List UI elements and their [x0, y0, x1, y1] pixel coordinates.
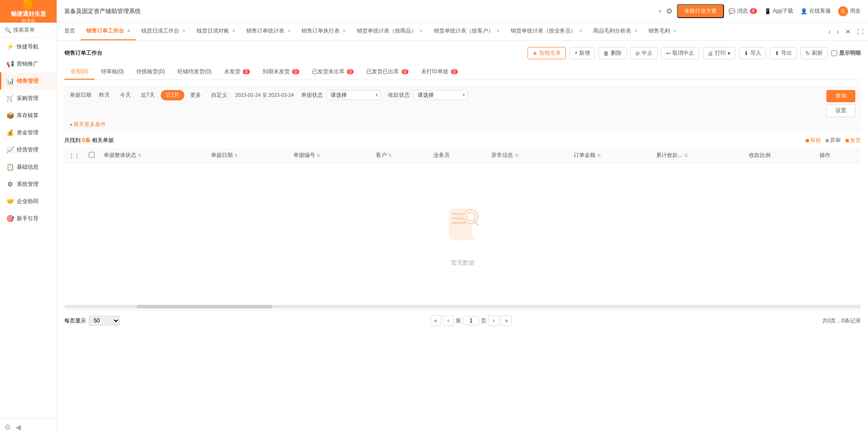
query-btn[interactable]: 查询 [826, 90, 855, 102]
sidebar-item-operation[interactable]: 📈 经营管理 [0, 141, 57, 158]
app-download-btn[interactable]: 📱 App下载 [764, 7, 793, 15]
sort-icon[interactable]: ⇅ [684, 153, 688, 158]
sort-icon[interactable]: ⇅ [388, 153, 392, 158]
sort-icon[interactable]: ⇅ [138, 153, 141, 158]
tab-close-icon[interactable]: ✕ [419, 28, 423, 33]
sub-tab-unshipped[interactable]: 未发货 0 [218, 65, 256, 80]
online-service-btn[interactable]: 👤 在线客服 [801, 7, 831, 15]
sidebar-item-search[interactable]: 🔍 搜索菜单 [0, 23, 57, 38]
sort-icon[interactable]: ⇅ [515, 153, 518, 158]
tab-close-icon[interactable]: ✕ [182, 28, 186, 33]
tab-close-icon[interactable]: ✕ [496, 28, 500, 33]
per-page-select[interactable]: 50 100 200 [89, 316, 120, 326]
date-btn-1month[interactable]: 近1月 [161, 90, 185, 100]
user-btn[interactable]: 友 用友 [838, 6, 861, 16]
checkbox-col-header[interactable] [84, 148, 99, 163]
tab-close-icon[interactable]: ✕ [673, 28, 676, 33]
next-page-btn[interactable]: › [488, 315, 499, 326]
tab-sales-order-workbench[interactable]: 销售订单工作台 ✕ [81, 23, 136, 40]
last-page-btn[interactable]: » [501, 315, 512, 326]
sub-tab-all[interactable]: 全部(0) [64, 65, 95, 80]
per-page-selector: 每页显示 50 100 200 [64, 316, 120, 326]
tab-sales-gross[interactable]: 销售毛利 ✕ [643, 23, 682, 40]
tab-gross-profit[interactable]: 商品毛利分析表 ✕ [588, 23, 643, 40]
display-detail-checkbox[interactable]: 显示明细 [831, 49, 861, 57]
sidebar-item-inventory[interactable]: 📦 库存核算 [0, 107, 57, 124]
tab-next-btn[interactable]: › [834, 26, 842, 37]
date-btn-7days[interactable]: 近7天 [137, 90, 159, 100]
cancel-stop-btn[interactable]: ↩ 取消中止 [661, 47, 699, 59]
tab-money-reconcile[interactable]: 钱货日清对账 ✕ [191, 23, 241, 40]
set-btn[interactable]: 设置 [826, 104, 855, 117]
tab-close-all-btn[interactable]: ✕ [843, 26, 854, 37]
stop-btn[interactable]: ⊘ 中止 [630, 47, 657, 59]
cancel-audit-dot [825, 139, 829, 142]
prev-page-btn[interactable]: ‹ [443, 315, 454, 326]
tab-close-icon[interactable]: ✕ [127, 28, 130, 33]
tab-money-daily[interactable]: 钱货日清工作台 ✕ [136, 23, 191, 40]
sub-tab-overdue[interactable]: 到期未发货 0 [256, 65, 306, 80]
industry-btn[interactable]: 体验行业方案 [677, 4, 724, 18]
sub-tab-pending-check[interactable]: 待拣验货(0) [130, 65, 171, 80]
tab-goods-stats[interactable]: 销货单统计表（按商品） ✕ [351, 23, 428, 40]
tab-maximize-btn[interactable]: ⛶ [854, 26, 866, 37]
select-all-checkbox[interactable] [89, 152, 95, 158]
sidebar-item-basicinfo[interactable]: 📋 基础信息 [0, 158, 57, 175]
sub-tab-unprinted[interactable]: 未打印单据 0 [415, 65, 464, 80]
date-btn-today[interactable]: 今天 [116, 90, 135, 100]
sidebar-item-marketing[interactable]: 📢 营销推广 [0, 55, 57, 72]
message-btn[interactable]: 💬 消息 6 [729, 7, 757, 15]
audit-dot [806, 139, 809, 142]
settings-icon[interactable]: ⚙ [666, 7, 672, 15]
tab-customer-stats[interactable]: 销货单统计表（按客户） ✕ [428, 23, 505, 40]
tab-close-icon[interactable]: ✕ [342, 28, 346, 33]
audit-btn[interactable]: 审核 [806, 137, 821, 144]
date-btn-custom[interactable]: 自定义 [207, 90, 231, 100]
sidebar-item-guide[interactable]: 🎯 新手引导 [0, 210, 57, 227]
new-btn[interactable]: + 新增 [570, 47, 595, 59]
sidebar-item-quicknav[interactable]: ⚡ 快捷导航 [0, 38, 57, 55]
refresh-btn[interactable]: ↻ 刷新 [801, 47, 828, 59]
date-btn-yesterday[interactable]: 昨天 [95, 90, 114, 100]
sort-icon[interactable]: ⇅ [234, 153, 238, 158]
tab-sales-exec[interactable]: 销售订单执行表 ✕ [296, 23, 351, 40]
payment-select[interactable]: 请选择 [413, 90, 468, 100]
sort-icon[interactable]: ⇅ [317, 153, 320, 158]
sidebar-item-finance[interactable]: 💰 资金管理 [0, 124, 57, 141]
sidebar-item-collab[interactable]: 🤝 企业协同 [0, 193, 57, 210]
tab-close-icon[interactable]: ✕ [579, 28, 582, 33]
sidebar-item-purchase[interactable]: 🛒 采购管理 [0, 90, 57, 107]
page-number-input[interactable] [463, 316, 479, 325]
tab-prev-btn[interactable]: ‹ [826, 26, 834, 37]
sidebar-settings-icon[interactable]: ⚙ [5, 423, 11, 431]
delete-btn[interactable]: 🗑 删除 [599, 47, 627, 59]
sidebar-collapse-icon[interactable]: ◀ [15, 423, 21, 431]
sub-tab-shipped-not-out[interactable]: 已发货未出库 0 [306, 65, 360, 80]
sub-tab-shipped-out[interactable]: 已发货已出库 0 [360, 65, 415, 80]
sub-tab-wangpu-ship[interactable]: 旺铺待发货(0) [171, 65, 218, 80]
print-btn[interactable]: 🖨 打印 ▾ [703, 47, 735, 59]
display-detail-input[interactable] [831, 50, 837, 56]
sidebar-item-sales[interactable]: 📊 销售管理 [0, 72, 57, 90]
tab-close-icon[interactable]: ✕ [634, 28, 638, 33]
import-btn[interactable]: ⬇ 导入 [739, 47, 766, 59]
expand-filter-btn[interactable]: ▾ 展开更多条件 [70, 121, 106, 128]
sub-tab-pending-audit[interactable]: 待审核(0) [95, 65, 130, 80]
sidebar-marketing-label: 营销推广 [17, 60, 38, 68]
tab-close-icon[interactable]: ✕ [232, 28, 235, 33]
export-btn[interactable]: ⬆ 导出 [770, 47, 797, 59]
cancel-audit-btn[interactable]: 弃审 [825, 137, 841, 144]
tab-sales-person-stats[interactable]: 销货单统计表（按业务员） ✕ [505, 23, 588, 40]
smart-create-btn[interactable]: ★ 智能生单 [528, 47, 566, 59]
ship-action-btn[interactable]: 发货 [845, 137, 861, 144]
first-page-btn[interactable]: « [430, 315, 441, 326]
sort-icon[interactable]: ⇅ [597, 153, 601, 158]
tab-close-icon[interactable]: ✕ [287, 28, 291, 33]
status-select[interactable]: 请选择 [326, 90, 381, 100]
date-btn-more[interactable]: 更多 [186, 90, 205, 100]
scrollbar-thumb[interactable] [137, 305, 273, 308]
sidebar-item-system[interactable]: ⚙ 系统管理 [0, 175, 57, 193]
horizontal-scrollbar[interactable] [64, 305, 861, 308]
tab-sales-stats[interactable]: 销售订单统计表 ✕ [241, 23, 296, 40]
tab-home[interactable]: 首页 [59, 23, 81, 40]
